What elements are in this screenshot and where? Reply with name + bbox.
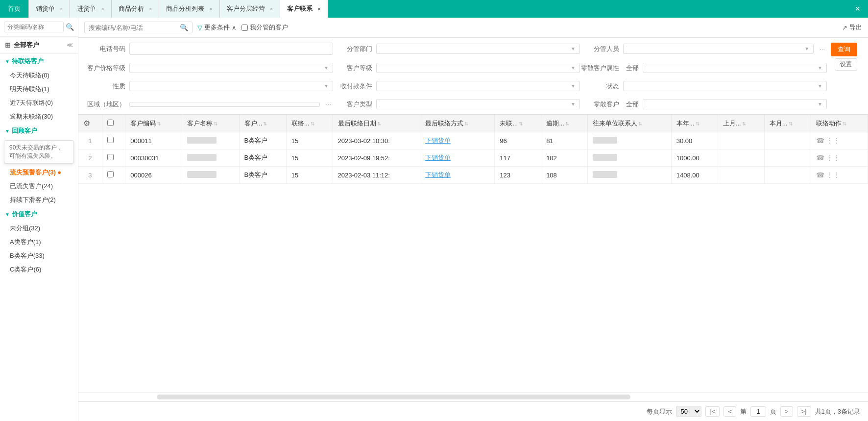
action-more-0[interactable]: ⋮⋮ <box>826 137 840 145</box>
filter-person-dots[interactable]: ··· <box>818 45 827 52</box>
horizontal-scrollbar[interactable] <box>157 395 630 399</box>
page-number-input[interactable] <box>750 406 766 417</box>
action-more-1[interactable]: ⋮⋮ <box>826 154 840 162</box>
sidebar-item-1-2[interactable]: 持续下滑客户(2) <box>0 193 78 207</box>
sidebar-search-icon[interactable]: 🔍 <box>66 23 74 31</box>
next-page-btn[interactable]: > <box>780 406 793 417</box>
action-phone-1[interactable]: ☎ <box>816 154 824 162</box>
sidebar-item-2-1[interactable]: A类客户(1) <box>0 235 78 249</box>
filter-customer-type-select[interactable]: ▼ <box>376 99 580 109</box>
col-7[interactable]: 最后联络方式⇅ <box>420 115 495 132</box>
sidebar-all-customers[interactable]: ⊞ 全部客户 ≪ <box>0 37 78 54</box>
settings-button[interactable]: 设置 <box>835 58 857 71</box>
window-close-btn[interactable]: × <box>847 4 868 14</box>
filter-region-select[interactable] <box>129 102 320 107</box>
filter-payment-select[interactable]: ▼ <box>376 81 580 91</box>
sidebar-item-2-3[interactable]: C类客户(6) <box>0 263 78 276</box>
filter-region-dots[interactable]: ··· <box>324 100 333 108</box>
sort-icon-12[interactable]: ⇅ <box>742 121 746 126</box>
row-check-0[interactable] <box>102 132 125 149</box>
col-5[interactable]: 联络...⇅ <box>286 115 333 132</box>
sidebar-group-1[interactable]: ▼回顾客户 <box>0 124 78 138</box>
scrollbar-area[interactable] <box>78 392 868 401</box>
col-4[interactable]: 客户...⇅ <box>239 115 286 132</box>
row-check-2[interactable] <box>102 167 125 184</box>
col-9[interactable]: 逾期...⇅ <box>541 115 588 132</box>
page-size-select[interactable]: 50 100 <box>676 406 701 417</box>
tab-close-3[interactable]: × <box>209 0 212 18</box>
row-action-0[interactable]: ☎⋮⋮ <box>811 132 868 149</box>
action-phone-2[interactable]: ☎ <box>816 171 824 179</box>
filter-person-select[interactable]: ▼ <box>623 44 814 54</box>
sort-icon-10[interactable]: ⇅ <box>638 121 642 126</box>
sidebar-item-0-1[interactable]: 明天待联络(1) <box>0 82 78 96</box>
col-8[interactable]: 未联...⇅ <box>495 115 541 132</box>
sort-icon-3[interactable]: ⇅ <box>214 121 217 126</box>
sort-icon-2[interactable]: ⇅ <box>157 121 161 126</box>
tab-close-4[interactable]: × <box>270 0 273 18</box>
row-check-1[interactable] <box>102 149 125 167</box>
row-method-1[interactable]: 下销货单 <box>420 149 495 167</box>
tab-4[interactable]: 客户分层经营× <box>219 0 280 18</box>
action-phone-0[interactable]: ☎ <box>816 137 824 145</box>
sort-icon-4[interactable]: ⇅ <box>263 121 267 126</box>
col-2[interactable]: 客户编码⇅ <box>125 115 182 132</box>
action-more-2[interactable]: ⋮⋮ <box>826 171 840 179</box>
sort-icon-6[interactable]: ⇅ <box>377 121 381 126</box>
sidebar-search-input[interactable] <box>4 22 64 32</box>
filter-price-level-select[interactable]: ▼ <box>129 63 333 73</box>
main-search-input[interactable] <box>89 24 177 31</box>
tab-close-5[interactable]: × <box>317 0 320 18</box>
col-3[interactable]: 客户名称⇅ <box>182 115 239 132</box>
my-customer-checkbox[interactable]: 我分管的客户 <box>241 23 288 32</box>
sort-icon-9[interactable]: ⇅ <box>565 121 569 126</box>
row-checkbox-1[interactable] <box>107 154 114 160</box>
filter-status-select[interactable]: ▼ <box>623 81 827 91</box>
collapse-icon[interactable]: ≪ <box>67 42 73 49</box>
sort-icon-14[interactable]: ⇅ <box>843 121 846 126</box>
sidebar-group-0[interactable]: ▼待联络客户 <box>0 54 78 69</box>
home-tab[interactable]: 首页 <box>0 0 28 18</box>
last-page-btn[interactable]: >| <box>797 406 811 417</box>
sidebar-item-0-3[interactable]: 逾期未联络(30) <box>0 110 78 124</box>
sidebar-item-0-2[interactable]: 近7天待联络(0) <box>0 96 78 110</box>
filter-retail-attr-select[interactable]: ▼ <box>643 63 827 73</box>
row-action-1[interactable]: ☎⋮⋮ <box>811 149 868 167</box>
row-checkbox-2[interactable] <box>107 171 114 177</box>
export-btn[interactable]: ↗ 导出 <box>842 23 862 32</box>
sidebar-item-0-0[interactable]: 今天待联络(0) <box>0 69 78 82</box>
filter-customer-level-select[interactable]: ▼ <box>376 63 580 73</box>
tab-0[interactable]: 销货单× <box>28 0 70 18</box>
row-action-2[interactable]: ☎⋮⋮ <box>811 167 868 184</box>
main-search-icon[interactable]: 🔍 <box>180 24 188 31</box>
filter-phone-input[interactable] <box>129 43 333 55</box>
col-14[interactable]: 联络动作⇅ <box>811 115 868 132</box>
sidebar-item-1-0[interactable]: 流失预警客户(3) ● <box>0 166 78 179</box>
col-10[interactable]: 往来单位联系人⇅ <box>588 115 672 132</box>
filter-dept-select[interactable]: ▼ <box>376 44 580 54</box>
sidebar-item-2-0[interactable]: 未分组(32) <box>0 222 78 235</box>
select-all-checkbox[interactable] <box>107 120 114 126</box>
sort-icon-13[interactable]: ⇅ <box>789 121 793 126</box>
more-filters-btn[interactable]: ▽ 更多条件 ∧ <box>197 23 237 32</box>
first-page-btn[interactable]: |< <box>705 406 720 417</box>
sidebar-item-1-1[interactable]: 已流失客户(24) <box>0 179 78 193</box>
row-method-0[interactable]: 下销货单 <box>420 132 495 149</box>
sort-icon-5[interactable]: ⇅ <box>311 121 314 126</box>
sidebar-item-2-2[interactable]: B类客户(33) <box>0 249 78 263</box>
tab-close-1[interactable]: × <box>101 0 104 18</box>
sidebar-group-2[interactable]: ▼价值客户 <box>0 207 78 222</box>
tab-1[interactable]: 进货单× <box>70 0 111 18</box>
tab-3[interactable]: 商品分析列表× <box>159 0 219 18</box>
col-13[interactable]: 本月...⇅ <box>764 115 811 132</box>
filter-retail-customer-select[interactable]: ▼ <box>643 99 827 109</box>
row-method-2[interactable]: 下销货单 <box>420 167 495 184</box>
tab-close-0[interactable]: × <box>60 0 63 18</box>
prev-page-btn[interactable]: < <box>723 406 736 417</box>
sort-icon-11[interactable]: ⇅ <box>696 121 699 126</box>
gear-icon[interactable]: ⚙ <box>83 119 90 127</box>
tab-5[interactable]: 客户联系× <box>280 0 327 18</box>
my-customer-check[interactable] <box>241 25 248 31</box>
col-6[interactable]: 最后联络日期⇅ <box>333 115 420 132</box>
row-checkbox-0[interactable] <box>107 137 114 143</box>
